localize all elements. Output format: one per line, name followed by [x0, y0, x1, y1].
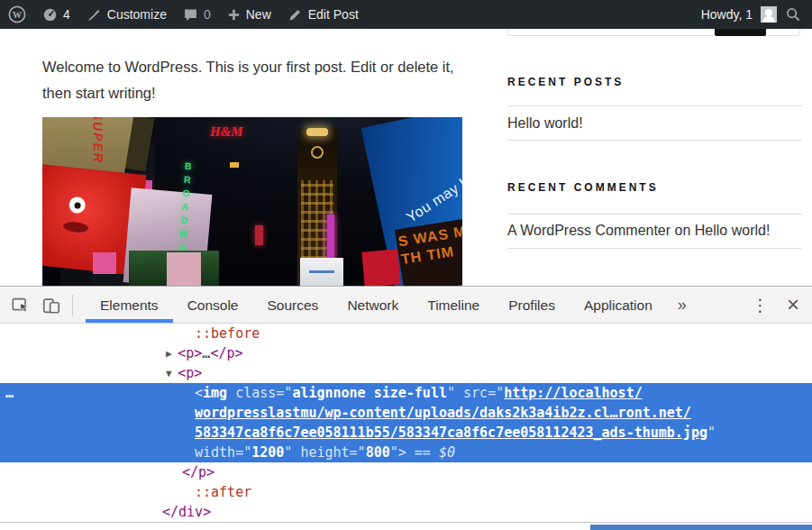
site-content: Welcome to WordPress. This is your first… [0, 29, 812, 286]
photo-hm-sign: H&M [210, 124, 243, 140]
updates-gauge-icon [42, 7, 58, 23]
inspect-cursor-icon [11, 296, 31, 315]
devtools-tree-line[interactable]: ▶ <p>…</p> [0, 343, 812, 363]
new-label: New [246, 7, 271, 22]
wordpress-page-with-devtools: W 4 Customize 0 [0, 0, 812, 530]
comments-menu[interactable]: 0 [175, 0, 219, 29]
code-token-bracket: < [195, 385, 203, 401]
comment-post-link[interactable]: Hello world! [695, 223, 771, 238]
comment-author-link[interactable]: A WordPress Commenter [507, 223, 671, 238]
edit-post-label: Edit Post [308, 7, 359, 22]
tree-expander-arrow-icon[interactable]: ▼ [166, 368, 178, 379]
footer-blue-scrollbar[interactable] [590, 525, 812, 530]
devtools-close-icon[interactable]: × [781, 292, 812, 319]
code-token-tag: </div> [162, 504, 211, 520]
new-content-menu[interactable]: New [219, 0, 279, 29]
devtools-selected-node-line[interactable]: width="1200" height="800"> == $0 [0, 443, 812, 462]
brush-icon [87, 7, 102, 23]
devtools-tree-line[interactable]: ::after [0, 482, 812, 502]
comments-count: 0 [204, 7, 211, 22]
wp-admin-bar: W 4 Customize 0 [0, 0, 812, 29]
updates-menu[interactable]: 4 [34, 0, 78, 29]
tab-timeline[interactable]: Timeline [413, 288, 494, 323]
divider [507, 248, 802, 249]
code-token-tagsel: img [203, 385, 227, 401]
comment-connector: on [671, 223, 695, 238]
code-token-eq: == [415, 444, 439, 461]
code-token-plain: =" [276, 385, 292, 401]
edit-post-menu[interactable]: Edit Post [279, 0, 367, 29]
code-token-dollar: $0 [439, 444, 455, 461]
recent-comment-item: A WordPress Commenter on Hello world! [507, 223, 770, 239]
devtools-selected-node-line[interactable]: …<img class="alignnone size-full" src="h… [0, 383, 812, 403]
devtools-selected-node-line[interactable]: wordpresslastmu/wp-content/uploads/daks2… [0, 403, 812, 423]
wordpress-logo-icon: W [8, 5, 26, 23]
post-intro-paragraph: Welcome to WordPress. This is your first… [42, 54, 473, 106]
sidebar: RECENT POSTS Hello world! RECENT COMMENT… [507, 29, 802, 286]
customize-label: Customize [107, 7, 167, 22]
recent-posts-heading: RECENT POSTS [507, 76, 624, 88]
code-token-plain: =" [350, 444, 366, 461]
devtools-selected-node-line[interactable]: 583347ca8f6c7ee058111b55/583347ca8f6c7ee… [0, 423, 812, 443]
code-token-plain: " [284, 444, 300, 461]
divider [507, 105, 802, 106]
code-token-plain: " [447, 385, 463, 401]
recent-post-link[interactable]: Hello world! [507, 115, 583, 131]
code-token-plain [227, 385, 235, 401]
avatar[interactable] [761, 6, 777, 23]
devtools-tree-line[interactable]: ▼ <p> [0, 363, 812, 383]
code-token-plain: =" [488, 385, 504, 401]
photo-super-text: SUPER [90, 117, 105, 164]
code-token-link: http://localhost/ [504, 385, 643, 401]
devtools-tree-line[interactable]: </div> [0, 502, 812, 522]
selected-node-ellipsis-marker: … [5, 383, 14, 403]
device-toolbar-icon [41, 296, 61, 315]
code-token-attr: src [463, 385, 488, 401]
customize-menu[interactable]: Customize [78, 0, 175, 29]
toolbar-divider [72, 295, 73, 315]
code-token-tag: </p> [182, 464, 214, 480]
howdy-account-label[interactable]: Howdy, 1 [701, 7, 753, 22]
code-token-tag: <p> [178, 365, 202, 381]
wp-logo-menu[interactable]: W [0, 0, 34, 29]
photo-orange-sign: S WAS M TH TIM [395, 218, 462, 286]
devtools-tree-line[interactable]: </p> [0, 462, 812, 482]
plus-icon [227, 8, 241, 22]
toggle-device-toolbar-button[interactable] [36, 288, 67, 323]
svg-text:W: W [13, 10, 23, 20]
post-image[interactable]: SUPER BROADWAY H&M You may h [42, 117, 462, 286]
more-tabs-button[interactable]: » [667, 288, 698, 323]
tab-console[interactable]: Console [173, 288, 253, 323]
code-token-val: 1200 [251, 444, 284, 461]
devtools-tab-bar: ElementsConsoleSourcesNetworkTimelinePro… [86, 288, 667, 323]
recent-comments-heading: RECENT COMMENTS [507, 181, 659, 194]
elements-tree: ::before▶ <p>…</p>▼ <p>…<img class="alig… [0, 324, 812, 522]
tab-elements[interactable]: Elements [86, 288, 173, 323]
code-token-plain: " [707, 425, 716, 441]
devtools-menu-kebab-icon[interactable]: ⋮ [739, 295, 781, 315]
code-token-link: wordpresslastmu/wp-content/uploads/daks2… [195, 405, 691, 421]
devtools-tree-line[interactable]: ::before [0, 324, 812, 343]
code-token-plain: "> [390, 444, 415, 461]
search-icon[interactable] [785, 6, 801, 23]
code-token-attr: class [235, 385, 276, 401]
comment-bubble-icon [183, 7, 198, 23]
tree-expander-arrow-icon[interactable]: ▶ [166, 348, 178, 360]
devtools-toolbar: ElementsConsoleSourcesNetworkTimelinePro… [0, 288, 812, 324]
inspect-element-button[interactable] [5, 288, 36, 323]
tab-network[interactable]: Network [333, 288, 413, 323]
code-token-val: alignnone size-full [292, 385, 447, 401]
devtools-panel: ElementsConsoleSourcesNetworkTimelinePro… [0, 286, 812, 530]
code-token-attr: width [195, 444, 235, 461]
tab-sources[interactable]: Sources [253, 288, 333, 323]
code-token-attr: height [300, 444, 349, 461]
tab-application[interactable]: Application [570, 288, 667, 323]
pencil-icon [287, 7, 303, 23]
divider [507, 214, 802, 215]
code-token-tag: </p> [210, 345, 242, 361]
code-token-plain: =" [235, 444, 251, 461]
devtools-footer [0, 522, 812, 530]
tab-profiles[interactable]: Profiles [494, 288, 570, 323]
code-token-pseudo: ::after [195, 484, 251, 500]
code-token-val: 800 [366, 444, 390, 461]
